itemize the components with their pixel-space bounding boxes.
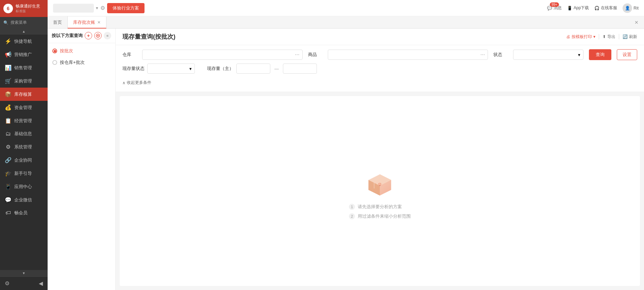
scheme-item-by-batch[interactable]: 按批次 bbox=[48, 45, 115, 57]
scheme-settings-btn[interactable] bbox=[94, 32, 102, 39]
content-area: 按以下方案查询 + « 按批次 bbox=[48, 29, 644, 290]
sidebar-collapse-icon[interactable]: ◀ bbox=[39, 280, 43, 287]
sidebar-item-quick-nav[interactable]: ⚡ 快捷导航 bbox=[0, 35, 48, 48]
refresh-btn[interactable]: 🔄 刷新 bbox=[623, 34, 637, 40]
filter-field-stock-qty: 现存量（主） — bbox=[207, 64, 317, 74]
sales-icon: 📊 bbox=[5, 65, 12, 71]
filter-field-warehouse: 仓库 ··· bbox=[122, 50, 303, 60]
print-chevron-down-icon[interactable]: ▾ bbox=[593, 34, 595, 39]
page-title: 现存量查询(按批次) bbox=[122, 33, 175, 41]
avatar-initial: 👤 bbox=[625, 6, 630, 11]
export-btn[interactable]: ⬆ 导出 bbox=[603, 34, 615, 40]
tab-close-icon[interactable]: ✕ bbox=[97, 20, 101, 25]
tab-inventory-batch-label: 库存批次账 bbox=[73, 19, 95, 25]
page-header: 现存量查询(按批次) 🖨 按模板打印 ▾ ⬆ 导出 🔄 bbox=[116, 29, 644, 45]
online-service-btn[interactable]: 🎧 在线客服 bbox=[594, 5, 617, 11]
app-download-btn[interactable]: 📱 App下载 bbox=[567, 5, 589, 11]
query-btn[interactable]: 查询 bbox=[589, 49, 611, 60]
sidebar-item-enterprise[interactable]: 🔗 企业协同 bbox=[0, 153, 48, 167]
sidebar-title-area: 畅康通好生意 标准版 bbox=[16, 3, 40, 14]
product-dots-icon[interactable]: ··· bbox=[480, 52, 485, 58]
radio-by-warehouse-batch bbox=[52, 60, 57, 65]
vip-icon: 🏷 bbox=[5, 210, 12, 216]
sidebar-item-finance[interactable]: 💰 资金管理 bbox=[0, 101, 48, 114]
stock-status-select[interactable]: ▾ bbox=[147, 64, 195, 74]
filter-field-product: 商品 ··· bbox=[308, 50, 488, 60]
sidebar-label-marketing: 营销推广 bbox=[14, 52, 32, 58]
product-input[interactable]: ··· bbox=[328, 50, 488, 60]
sidebar-item-vip[interactable]: 🏷 畅会员 bbox=[0, 206, 48, 219]
stock-status-chevron-icon: ▾ bbox=[189, 66, 192, 71]
warehouse-input[interactable]: ··· bbox=[142, 50, 303, 60]
warehouse-label: 仓库 bbox=[122, 52, 139, 58]
filter-row-2: 现存量状态 ▾ 现存量（主） — bbox=[122, 64, 637, 74]
tip-num-1: 1 bbox=[349, 204, 355, 210]
svg-point-7 bbox=[378, 182, 382, 186]
chevron-down-icon[interactable]: ▾ bbox=[96, 5, 98, 11]
sidebar-search[interactable]: 🔍 搜索菜单 bbox=[0, 17, 48, 28]
warehouse-dots-icon[interactable]: ··· bbox=[295, 52, 299, 58]
sidebar-label-sales: 销售管理 bbox=[14, 65, 32, 71]
main-area: ▾ ⚙ 体验行业方案 💬 消息 99+ 📱 App下载 🎧 在线客服 👤 bbox=[48, 0, 644, 290]
sidebar-item-inventory[interactable]: 📦 库存核算 bbox=[0, 88, 48, 101]
purchase-icon: 🛒 bbox=[5, 78, 12, 84]
stock-qty-label: 现存量（主） bbox=[207, 66, 234, 72]
sidebar-item-marketing[interactable]: 📢 营销推广 bbox=[0, 48, 48, 61]
sidebar-item-sales[interactable]: 📊 销售管理 bbox=[0, 61, 48, 74]
operations-icon: 📋 bbox=[5, 117, 12, 124]
tab-home[interactable]: 首页 bbox=[48, 16, 68, 28]
enterprise-icon: 🔗 bbox=[5, 157, 12, 163]
stock-qty-max-input[interactable] bbox=[283, 64, 317, 74]
tip-num-2: 2 bbox=[349, 213, 355, 219]
messages-badge: 99+ bbox=[550, 2, 559, 7]
tabbar: 首页 库存批次账 ✕ ✕ bbox=[48, 16, 644, 29]
sidebar-label-system: 系统管理 bbox=[14, 144, 32, 150]
radio-by-batch bbox=[52, 49, 57, 53]
left-panel: 按以下方案查询 + « 按批次 bbox=[48, 29, 116, 290]
sidebar-item-purchase[interactable]: 🛒 采购管理 bbox=[0, 74, 48, 88]
empty-tips: 1 请先选择要分析的方案 2 用过滤条件来缩小分析范围 bbox=[349, 204, 411, 219]
sidebar-item-basics[interactable]: 🗂 基础信息 bbox=[0, 127, 48, 140]
breadcrumb-input[interactable] bbox=[53, 4, 94, 13]
sidebar-settings-icon[interactable]: ⚙ bbox=[5, 280, 10, 287]
sidebar-label-vip: 畅会员 bbox=[14, 210, 28, 216]
sidebar-item-wechat[interactable]: 💬 企业微信 bbox=[0, 193, 48, 206]
target-icon bbox=[96, 33, 100, 38]
user-avatar-area[interactable]: 👤 Rit bbox=[623, 3, 639, 13]
app-title: 畅康通好生意 bbox=[16, 3, 40, 9]
tab-inventory-batch[interactable]: 库存批次账 ✕ bbox=[68, 17, 106, 29]
panel-collapse-btn[interactable]: « bbox=[104, 32, 111, 39]
gear-icon[interactable]: ⚙ bbox=[100, 5, 105, 11]
sidebar-scroll-up[interactable]: ▲ bbox=[0, 28, 48, 35]
template-print-btn[interactable]: 🖨 按模板打印 ▾ bbox=[566, 34, 595, 40]
sidebar-header: 6 畅康通好生意 标准版 bbox=[0, 0, 48, 17]
sidebar-scroll-down[interactable]: ▼ bbox=[0, 270, 48, 276]
status-label: 状态 bbox=[493, 52, 510, 58]
collapse-filter-btn[interactable]: ∧ 收起更多条件 bbox=[122, 78, 637, 88]
print-label: 按模板打印 bbox=[572, 34, 592, 40]
user-name: Rit bbox=[633, 6, 639, 11]
scheme-item-by-warehouse-batch[interactable]: 按仓库+批次 bbox=[48, 57, 115, 68]
filter-field-stock-status: 现存量状态 ▾ bbox=[122, 64, 195, 74]
stock-qty-min-input[interactable] bbox=[236, 64, 270, 74]
apps-icon: 📱 bbox=[5, 183, 12, 190]
avatar: 👤 bbox=[623, 3, 632, 13]
sidebar-item-newbie[interactable]: 🎓 新手引导 bbox=[0, 167, 48, 180]
configure-btn[interactable]: 设置 bbox=[617, 49, 637, 60]
export-label: 导出 bbox=[607, 34, 615, 40]
sidebar-label-purchase: 采购管理 bbox=[14, 78, 32, 84]
sidebar-item-apps[interactable]: 📱 应用中心 bbox=[0, 180, 48, 193]
messages-btn[interactable]: 💬 消息 99+ bbox=[547, 5, 562, 11]
left-panel-actions: + « bbox=[85, 32, 111, 39]
tab-panel-close-btn[interactable]: ✕ bbox=[632, 20, 641, 25]
tabbar-right: ✕ bbox=[632, 20, 644, 25]
divider-2 bbox=[619, 34, 619, 39]
add-scheme-btn[interactable]: + bbox=[85, 32, 92, 39]
sidebar-label-apps: 应用中心 bbox=[14, 184, 32, 190]
industry-btn[interactable]: 体验行业方案 bbox=[107, 3, 145, 13]
sidebar-item-operations[interactable]: 📋 经营管理 bbox=[0, 114, 48, 127]
divider-1 bbox=[599, 34, 599, 39]
sidebar-item-system[interactable]: ⚙ 系统管理 bbox=[0, 140, 48, 153]
tab-home-label: 首页 bbox=[53, 19, 62, 25]
status-select[interactable]: ▾ bbox=[513, 50, 583, 60]
